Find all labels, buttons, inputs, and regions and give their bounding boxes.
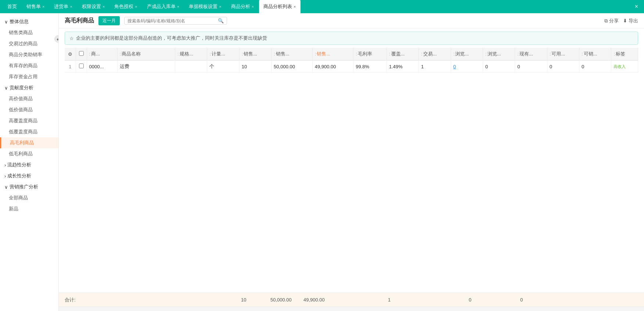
row-spec xyxy=(175,61,207,73)
col-browse1[interactable]: 浏览... xyxy=(451,48,483,61)
footer-transaction: 1 xyxy=(388,297,417,303)
close-purchase-tab[interactable]: × xyxy=(70,0,72,13)
select-all-checkbox[interactable] xyxy=(79,51,84,56)
col-sales-count[interactable]: 销售... xyxy=(239,48,271,61)
search-input[interactable] xyxy=(127,18,218,23)
sidebar-group-marketing[interactable]: ∨ 营销推广分析 xyxy=(0,181,58,192)
top-nav: 首页 销售单 × 进货单 × 权限设置 × 角色授权 × 产成品入库单 × 单据… xyxy=(0,0,644,13)
close-role-tab[interactable]: × xyxy=(135,0,137,13)
sidebar-item-high-value[interactable]: 高价值商品 xyxy=(0,93,58,104)
row-sales-count: 10 xyxy=(239,61,271,73)
row-checkbox-cell[interactable] xyxy=(76,61,87,73)
col-code[interactable]: 商... xyxy=(87,48,117,61)
table-row: 1 0000... 运费 个 10 50,000.00 49,900.00 99… xyxy=(65,61,638,73)
bottom-scrollbar[interactable] xyxy=(59,307,644,311)
sidebar-item-sales-goods[interactable]: 销售类商品 xyxy=(0,27,58,38)
nav-tab-analysis-list[interactable]: 商品分析列表 × xyxy=(259,0,300,13)
sidebar-item-high-coverage[interactable]: 高覆盖度商品 xyxy=(0,115,58,126)
footer-sales-profit: 49,900.00 xyxy=(303,297,337,303)
nav-tab-template[interactable]: 单据模板设置 × xyxy=(184,0,226,13)
export-btn[interactable]: ⬇ 导出 xyxy=(623,18,638,24)
sidebar-item-traded-goods[interactable]: 交易过的商品 xyxy=(0,38,58,49)
col-gross-rate[interactable]: 毛利率 xyxy=(353,48,387,61)
col-unit[interactable]: 计量... xyxy=(207,48,239,61)
sidebar-item-stocked-goods[interactable]: 有库存的商品 xyxy=(0,60,58,71)
sidebar-item-all-goods[interactable]: 全部商品 xyxy=(0,192,58,203)
col-transaction[interactable]: 交易... xyxy=(419,48,451,61)
col-sales-profit[interactable]: 销售... xyxy=(312,48,353,61)
row-available1: 0 xyxy=(515,61,547,73)
sidebar-item-category-rate[interactable]: 商品分类助销率 xyxy=(0,49,58,60)
footer-available1: 0 xyxy=(469,297,494,303)
row-sales-amount: 50,000.00 xyxy=(271,61,313,73)
filter-recent-month-btn[interactable]: 近一月 xyxy=(98,16,120,25)
total-label: 合计: xyxy=(65,297,109,303)
close-product-in-tab[interactable]: × xyxy=(177,0,179,13)
nav-tab-purchase[interactable]: 进货单 × xyxy=(50,0,76,13)
row-sellable: 0 xyxy=(579,61,611,73)
close-template-tab[interactable]: × xyxy=(219,0,221,13)
nav-tab-role[interactable]: 角色授权 × xyxy=(110,0,141,13)
row-sales-profit: 49,900.00 xyxy=(312,61,353,73)
col-browse2[interactable]: 浏览... xyxy=(483,48,515,61)
col-name[interactable]: 商品名称 xyxy=(117,48,175,61)
col-coverage[interactable]: 覆盖... xyxy=(386,48,418,61)
nav-tab-permission[interactable]: 权限设置 × xyxy=(78,0,109,13)
col-settings[interactable]: ⚙ xyxy=(65,48,76,61)
sidebar-item-high-margin[interactable]: 高毛利商品 xyxy=(0,137,58,148)
nav-tab-product-in[interactable]: 产成品入库单 × xyxy=(143,0,184,13)
row-browse1[interactable]: 0 xyxy=(451,61,483,73)
nav-tab-sales[interactable]: 销售单 × xyxy=(22,0,49,13)
row-browse2: 0 xyxy=(483,61,515,73)
close-permission-tab[interactable]: × xyxy=(102,0,105,13)
close-analysis-list-tab[interactable]: × xyxy=(294,0,296,13)
nav-tab-home[interactable]: 首页 xyxy=(3,0,21,13)
row-checkbox[interactable] xyxy=(79,64,84,68)
sidebar-item-new-goods[interactable]: 新品 xyxy=(0,203,58,214)
export-icon: ⬇ xyxy=(623,18,627,23)
sidebar-item-low-coverage[interactable]: 低覆盖度商品 xyxy=(0,126,58,137)
sidebar-item-low-margin[interactable]: 低毛利商品 xyxy=(0,148,58,159)
col-sales-amount[interactable]: 销售... xyxy=(271,48,313,61)
row-gross-rate: 99.8% xyxy=(353,61,387,73)
close-window-btn[interactable]: × xyxy=(632,3,641,10)
sidebar-item-low-value[interactable]: 低价值商品 xyxy=(0,104,58,115)
sidebar-item-stock-capital[interactable]: 库存资金占用 xyxy=(0,71,58,82)
footer-total: 合计: 10 50,000.00 49,900.00 1 0 0 xyxy=(59,293,644,307)
row-code: 0000... xyxy=(87,61,117,73)
col-spec[interactable]: 规格... xyxy=(175,48,207,61)
content-header: 高毛利商品 近一月 🔍 ⧉ 分享 ⬇ 导出 xyxy=(59,13,644,29)
chevron-right-icon-2: › xyxy=(4,173,6,179)
header-actions: ⧉ 分享 ⬇ 导出 xyxy=(604,18,638,24)
sidebar: « ∨ 整体信息 销售类商品 交易过的商品 商品分类助销率 有库存的商品 库存资… xyxy=(0,13,59,311)
sidebar-group-contribution[interactable]: ∨ 贡献度分析 xyxy=(0,82,58,93)
col-available1[interactable]: 现有... xyxy=(515,48,547,61)
sidebar-group-general[interactable]: ∨ 整体信息 xyxy=(0,16,58,27)
footer-sales-amount: 50,000.00 xyxy=(270,297,303,303)
footer-sellable: 0 xyxy=(520,297,546,303)
chevron-down-icon-2: ∨ xyxy=(4,85,8,91)
chevron-down-icon: ∨ xyxy=(4,19,8,25)
col-checkbox[interactable] xyxy=(76,48,87,61)
row-name: 运费 xyxy=(117,61,175,73)
nav-tab-analysis[interactable]: 商品分析 × xyxy=(227,0,258,13)
row-unit: 个 xyxy=(207,61,239,73)
row-index: 1 xyxy=(65,61,76,73)
sidebar-group-trend[interactable]: › 流趋性分析 xyxy=(0,159,58,170)
sidebar-group-growth[interactable]: › 成长性分析 xyxy=(0,170,58,181)
search-icon[interactable]: 🔍 xyxy=(218,18,224,23)
row-available2: 0 xyxy=(547,61,579,73)
close-analysis-tab[interactable]: × xyxy=(252,0,254,13)
col-available2[interactable]: 可用... xyxy=(547,48,579,61)
col-tag[interactable]: 标签 xyxy=(611,48,638,61)
data-table: ⚙ 商... 商品名称 规格... 计量... 销售... 销售... 销售..… xyxy=(65,48,638,73)
table-container: ⚙ 商... 商品名称 规格... 计量... 销售... 销售... 销售..… xyxy=(59,48,644,293)
row-tag: 高收入 xyxy=(611,61,638,73)
row-coverage: 1.49% xyxy=(386,61,418,73)
col-sellable[interactable]: 可销... xyxy=(579,48,611,61)
share-btn[interactable]: ⧉ 分享 xyxy=(604,18,619,24)
chevron-right-icon: › xyxy=(4,162,6,168)
search-box: 🔍 xyxy=(124,17,227,25)
row-transaction: 1 xyxy=(419,61,451,73)
close-sales-tab[interactable]: × xyxy=(42,0,44,13)
